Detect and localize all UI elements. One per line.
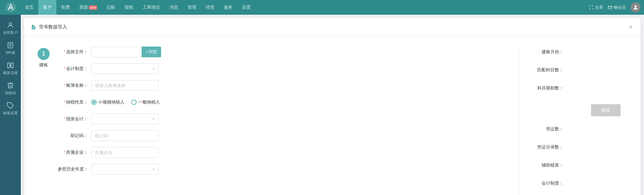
file-select-row: *选择文件： +浏览: [58, 47, 506, 57]
user-avatar[interactable]: [631, 2, 641, 12]
sidebar-label-zero-declaration: 0申报: [6, 50, 15, 55]
memo-code-row: 助记码：: [58, 130, 506, 141]
file-input-group: +浏览: [91, 47, 161, 57]
sidebar: 全部客户 0申报 账套迁移 回收站 标签设置: [0, 15, 21, 195]
file-text-input[interactable]: [91, 47, 142, 57]
nav-service[interactable]: 服务: [219, 0, 237, 15]
reference-year-row: 参照历史年度：: [58, 164, 506, 175]
browse-button[interactable]: +浏览: [142, 47, 161, 57]
nav-invoices[interactable]: 票据 new: [75, 0, 102, 15]
radio-label-general: 一般纳税人: [138, 99, 160, 105]
build-month-label: 建账月份：: [533, 49, 563, 55]
sidebar-item-tags[interactable]: 标签设置: [0, 99, 21, 119]
svg-rect-1: [608, 6, 612, 9]
radio-small-scale[interactable]: 小规模纳税人: [91, 99, 125, 105]
required-star-accounting: *: [64, 66, 65, 71]
dialog-body: 1 建账 *选择文件： +浏览: [24, 37, 641, 195]
affiliated-company-row: *所属企业：: [58, 147, 506, 158]
form-section: 1 建账 *选择文件： +浏览: [38, 47, 506, 195]
step-label: 建账: [39, 62, 48, 68]
logo[interactable]: [3, 0, 18, 15]
fullscreen-label: 全屏: [595, 5, 603, 10]
reference-year-select[interactable]: [92, 164, 159, 175]
close-button[interactable]: ×: [628, 23, 634, 31]
nav-messages[interactable]: 消息: [165, 0, 183, 15]
subject-initial-row: 科目期初数：: [533, 83, 627, 93]
accounting-system-info-label: 会计制度：: [533, 180, 563, 186]
radio-circle-small-scale: [91, 100, 97, 105]
required-star-company: *: [64, 150, 65, 155]
accounting-system-label: *会计制度：: [58, 66, 88, 72]
dialog-title-text: 导爷数据导入: [39, 24, 67, 30]
nav-items: 首页 客户 收费 票据 new 记账 报税 工商项目 消息 管理 经营 服务 设…: [20, 0, 589, 15]
required-star-accountant: *: [64, 116, 65, 121]
nav-tax[interactable]: 报税: [120, 0, 138, 15]
section-divider: [519, 47, 520, 195]
nav-manage[interactable]: 管理: [183, 0, 201, 15]
nav-business-projects[interactable]: 工商项目: [138, 0, 165, 15]
radio-general[interactable]: 一般纳税人: [131, 99, 160, 105]
required-star-tax: *: [64, 100, 65, 105]
memo-code-input[interactable]: [91, 130, 158, 141]
voucher-count-row: 凭证数：: [533, 124, 627, 134]
memo-code-label: 助记码：: [58, 133, 88, 139]
ledger-name-input[interactable]: [91, 80, 158, 91]
accounting-system-info-row: 会计制度：: [533, 178, 627, 189]
tax-nature-radio-group: 小规模纳税人 一般纳税人: [91, 97, 160, 108]
member-label: 畅会员: [614, 5, 626, 10]
dialog-panel: 导爷数据导入 × 1 建账 *选择文件：: [24, 18, 641, 195]
sidebar-item-trash[interactable]: 回收站: [0, 78, 21, 99]
sidebar-label-migrate: 账套迁移: [3, 70, 18, 75]
affiliated-company-input[interactable]: [91, 147, 158, 158]
nav-bookkeeping[interactable]: 记账: [102, 0, 120, 15]
form-fields: *选择文件： +浏览 *会计制度：: [58, 47, 506, 195]
svg-point-2: [635, 5, 637, 7]
accounting-system-select[interactable]: [91, 63, 158, 74]
nav-settings[interactable]: 设置: [237, 0, 255, 15]
nav-right: 全屏 畅会员: [589, 2, 641, 12]
nav-clients[interactable]: 客户: [38, 0, 56, 15]
import-icon: [31, 24, 36, 30]
tax-nature-label: *纳税性质：: [58, 99, 88, 105]
dialog-title: 导爷数据导入: [31, 24, 67, 30]
main-content: 导爷数据导入 × 1 建账 *选择文件：: [21, 15, 644, 195]
sidebar-item-all-clients[interactable]: 全部客户: [0, 18, 21, 38]
match-subjects-label: 匹配科目数：: [533, 67, 563, 73]
sidebar-item-zero-declaration[interactable]: 0申报: [0, 38, 21, 58]
required-star-ledger: *: [64, 83, 65, 88]
radio-label-small-scale: 小规模纳税人: [98, 99, 125, 105]
nav-operations[interactable]: 经营: [201, 0, 219, 15]
step-indicator: 1 建账: [38, 47, 50, 195]
member-button[interactable]: 畅会员: [608, 5, 626, 10]
nav-home[interactable]: 首页: [20, 0, 38, 15]
assign-accountant-select[interactable]: [91, 114, 158, 124]
svg-rect-5: [8, 63, 10, 68]
build-month-row: 建账月份：: [533, 47, 627, 57]
nav-fees[interactable]: 收费: [56, 0, 75, 15]
top-navigation: 首页 客户 收费 票据 new 记账 报税 工商项目 消息 管理 经营 服务 设…: [0, 0, 644, 15]
fullscreen-button[interactable]: 全屏: [589, 5, 603, 10]
voucher-entries-row: 凭证分录数：: [533, 142, 627, 152]
build-account-button[interactable]: 建账: [591, 104, 621, 116]
radio-circle-general: [131, 100, 137, 105]
sidebar-label-tags: 标签设置: [3, 111, 18, 116]
info-section: 建账月份： 匹配科目数： 科目期初数： 建账 凭证数：: [533, 47, 627, 195]
voucher-count-label: 凭证数：: [533, 126, 563, 132]
required-star-file: *: [64, 49, 65, 54]
step-badge: 1: [38, 48, 50, 60]
voucher-entries-label: 凭证分录数：: [533, 144, 563, 150]
tax-nature-row: *纳税性质： 小规模纳税人 一般纳税人: [58, 97, 506, 108]
assign-accountant-row: *指派会计：: [58, 114, 506, 124]
sidebar-item-migrate[interactable]: 账套迁移: [0, 58, 21, 78]
subject-initial-label: 科目期初数：: [533, 85, 563, 91]
sidebar-label-all-clients: 全部客户: [3, 30, 18, 35]
reference-year-label: 参照历史年度：: [58, 166, 88, 172]
ledger-name-row: *账簿名称：: [58, 80, 506, 91]
aux-accounting-label: 辅助核算：: [533, 162, 563, 168]
affiliated-company-label: *所属企业：: [58, 149, 88, 155]
new-badge: new: [89, 5, 97, 10]
dialog-header: 导爷数据导入 ×: [24, 18, 641, 37]
sidebar-label-trash: 回收站: [5, 90, 16, 95]
accounting-system-row: *会计制度：: [58, 63, 506, 74]
assign-accountant-label: *指派会计：: [58, 116, 88, 122]
